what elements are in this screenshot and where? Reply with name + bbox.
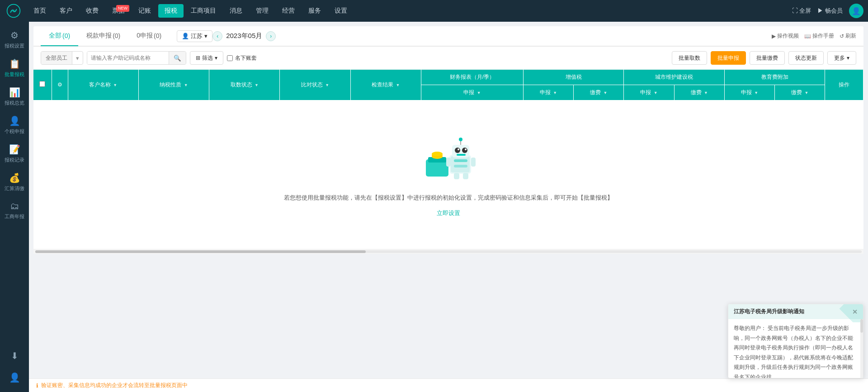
region-selector[interactable]: 👤 江苏 ▾ xyxy=(177,30,212,42)
nav-manage[interactable]: 管理 xyxy=(250,4,275,18)
edu-surcharge-header: 教育费附加 xyxy=(724,70,825,85)
svg-point-6 xyxy=(432,152,443,156)
filter-btn[interactable]: ⊞ 筛选 ▾ xyxy=(190,51,223,65)
refresh-icon: ↺ xyxy=(840,33,844,39)
next-month-btn[interactable]: › xyxy=(266,31,276,41)
nav-business[interactable]: 工商项目 xyxy=(184,4,222,18)
search-input[interactable] xyxy=(87,52,169,64)
accounts-checkbox[interactable] xyxy=(227,55,233,61)
nav-service[interactable]: 服务 xyxy=(302,4,327,18)
nav-fee[interactable]: 收费 xyxy=(80,4,105,18)
vat-header: 增值税 xyxy=(523,70,624,85)
tax-settings-icon: ⚙ xyxy=(10,30,19,41)
nav-settings[interactable]: 设置 xyxy=(328,4,354,18)
fetch-status-header: 取数状态 ▼ xyxy=(209,70,280,100)
tab-tax-declare[interactable]: 税款申报(0) xyxy=(78,26,128,46)
search-box: 🔍 xyxy=(87,51,186,65)
member-btn[interactable]: ▶ 畅会员 xyxy=(817,7,843,15)
select-all-header xyxy=(33,70,52,100)
nav-bookkeeping[interactable]: 记账 xyxy=(132,4,157,18)
sidebar-label-tax-settings: 报税设置 xyxy=(5,43,24,49)
prev-month-btn[interactable]: ‹ xyxy=(212,31,222,41)
app-logo[interactable] xyxy=(5,2,23,20)
search-button[interactable]: 🔍 xyxy=(169,52,186,64)
notification-scrollbar[interactable] xyxy=(860,319,863,378)
refresh-btn[interactable]: ↺ 刷新 xyxy=(840,32,856,40)
notification-body: 尊敬的用户： 受当前电子税务局进一步升级的影响，同一个政务网账号（办税人）名下的… xyxy=(728,319,863,378)
sidebar-item-annual-settle[interactable]: 💰 汇算清缴 xyxy=(0,168,29,196)
gear-icon[interactable]: ⚙ xyxy=(57,81,62,88)
financial-report-header: 财务报表（月/季） xyxy=(421,70,523,85)
toolbar-right-actions: 批量取数 批量申报 批量缴费 状态更新 更多 ▾ xyxy=(672,51,856,65)
data-table: ⚙ 客户名称 ▼ 纳税性质 ▼ 取数状态 ▼ 比对状态 ▼ xyxy=(33,70,863,249)
city-declare-header: 申报 ▼ xyxy=(624,85,674,100)
tax-record-icon: 📝 xyxy=(9,144,20,155)
nav-operation[interactable]: 经营 xyxy=(276,4,301,18)
compare-status-header: 比对状态 ▼ xyxy=(280,70,350,100)
tax-overview-icon: 📊 xyxy=(9,87,20,98)
personal-tax-icon: 👤 xyxy=(9,115,20,126)
nav-tax[interactable]: 报税 xyxy=(158,4,184,18)
employee-label: 全部员工 xyxy=(41,52,72,64)
annual-report-icon: 🗂 xyxy=(10,201,19,211)
sidebar-item-tax-overview[interactable]: 📊 报税总览 xyxy=(0,82,29,111)
sidebar-item-annual-report[interactable]: 🗂 工商年报 xyxy=(0,196,29,225)
accounts-checkbox-label[interactable]: 名下账套 xyxy=(227,54,257,62)
notification-title: 江苏电子税务局升级影响通知 xyxy=(734,308,804,316)
new-badge: NEW xyxy=(116,5,129,12)
setup-link[interactable]: 立即设置 xyxy=(437,209,460,217)
filter-icon: ⊞ xyxy=(196,55,200,61)
user-icon: 👤 xyxy=(9,372,20,383)
scrollbar-thumb xyxy=(35,250,366,253)
sidebar-item-user[interactable]: 👤 xyxy=(0,368,29,387)
tab-right-actions: ▶ 操作视频 📖 操作手册 ↺ 刷新 xyxy=(772,32,856,40)
operation-manual-btn[interactable]: 📖 操作手册 xyxy=(804,32,834,40)
fullscreen-btn[interactable]: ⛶ 全屏 xyxy=(792,7,811,15)
operation-video-btn[interactable]: ▶ 操作视频 xyxy=(772,32,799,40)
tab-all[interactable]: 全部(0) xyxy=(41,26,78,46)
svg-rect-20 xyxy=(471,158,476,167)
sidebar-item-tax-record[interactable]: 📝 报税记录 xyxy=(0,139,29,168)
download-icon: ⬇ xyxy=(11,350,19,361)
sidebar-item-batch-tax[interactable]: 📋 批量报税 xyxy=(0,54,29,82)
sidebar-bottom: ⬇ 👤 xyxy=(0,346,29,387)
vat-declare-header: 申报 ▼ xyxy=(523,85,573,100)
nav-items: 首页 客户 收费 票据 NEW 记账 报税 工商项目 消息 管理 经营 服务 设… xyxy=(27,4,792,18)
play-icon: ▶ xyxy=(772,33,776,39)
annual-settle-icon: 💰 xyxy=(9,172,20,183)
status-update-btn[interactable]: 状态更新 xyxy=(788,51,824,65)
check-result-header: 检查结果 ▼ xyxy=(350,70,421,100)
table-scrollbar[interactable] xyxy=(33,249,863,254)
sidebar-item-tax-settings[interactable]: ⚙ 报税设置 xyxy=(0,25,29,54)
nav-customer[interactable]: 客户 xyxy=(53,4,79,18)
employee-selector[interactable]: 全部员工 ▾ xyxy=(41,51,83,65)
svg-point-15 xyxy=(459,138,462,141)
nav-message[interactable]: 消息 xyxy=(223,4,249,18)
bottom-notice: ℹ 验证账密、采集信息均成功的企业才会流转至批量报税页面中 xyxy=(29,378,868,392)
accounts-label: 名下账套 xyxy=(235,54,257,62)
top-right-actions: ⛶ 全屏 ▶ 畅会员 👤 xyxy=(792,4,863,18)
nav-home[interactable]: 首页 xyxy=(27,4,52,18)
batch-declare-btn[interactable]: 批量申报 xyxy=(711,51,746,65)
sidebar-label-tax-overview: 报税总览 xyxy=(5,100,24,106)
edu-declare-header: 申报 ▼ xyxy=(724,85,774,100)
nav-invoice[interactable]: 票据 NEW xyxy=(106,4,131,18)
employee-chevron-icon[interactable]: ▾ xyxy=(72,52,83,64)
svg-point-1 xyxy=(12,10,15,12)
empty-state: 若您想使用批量报税功能，请先在【报税设置】中进行报税的初始化设置，完成密码验证和… xyxy=(38,105,859,244)
more-btn[interactable]: 更多 ▾ xyxy=(827,51,856,65)
gear-header: ⚙ xyxy=(52,70,68,100)
tab-zero-declare[interactable]: 0申报(0) xyxy=(128,26,170,46)
sidebar-item-download[interactable]: ⬇ xyxy=(0,346,29,366)
sidebar-label-batch-tax: 批量报税 xyxy=(5,71,24,78)
select-all-checkbox[interactable] xyxy=(39,81,45,87)
batch-pay-btn[interactable]: 批量缴费 xyxy=(750,51,785,65)
region-chevron-icon: ▾ xyxy=(204,33,208,39)
filter-chevron-icon: ▾ xyxy=(215,55,217,61)
batch-fetch-btn[interactable]: 批量取数 xyxy=(672,51,707,65)
user-avatar[interactable]: 👤 xyxy=(849,4,863,18)
more-chevron-icon: ▾ xyxy=(847,55,849,61)
svg-point-12 xyxy=(458,148,459,150)
sidebar: ⚙ 报税设置 📋 批量报税 📊 报税总览 👤 个税申报 📝 报税记录 💰 汇算清… xyxy=(0,22,29,392)
sidebar-item-personal-tax[interactable]: 👤 个税申报 xyxy=(0,111,29,139)
